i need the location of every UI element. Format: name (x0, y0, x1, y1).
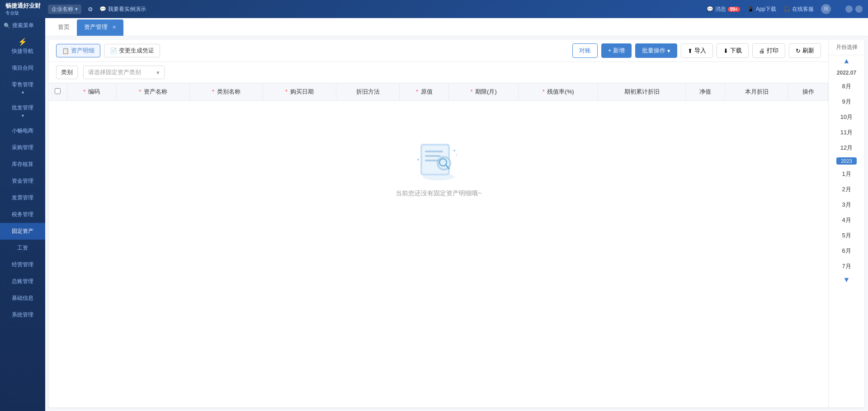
category-select-arrow: ▾ (156, 69, 160, 76)
sidebar-item-invoice-label: 发票管理 (12, 194, 33, 202)
sidebar-item-payroll[interactable]: 工资 (0, 240, 45, 256)
tab-asset-management[interactable]: 资产管理 ✕ (77, 19, 123, 36)
sidebar-item-fixed-assets[interactable]: 固定资产 (0, 223, 45, 240)
online-service-button[interactable]: 🎧 在线客服 (783, 5, 814, 13)
month-10-2022[interactable]: 10月 (829, 109, 864, 125)
month-4-2023[interactable]: 4月 (829, 213, 864, 228)
sidebar-item-nav-label: 快捷导航 (12, 47, 33, 55)
svg-point-12 (417, 159, 419, 161)
sidebar-item-operations-label: 经营管理 (12, 261, 33, 269)
sidebar-item-nav[interactable]: ⚡ 快捷导航 (0, 33, 45, 60)
sidebar-item-project[interactable]: 项目合同 (0, 60, 45, 76)
messages-badge: 99+ (728, 7, 740, 12)
col-monthly-depreciation: 本月折旧 (725, 83, 788, 101)
tab-home[interactable]: 首页 (51, 19, 77, 36)
sidebar-item-ecommerce[interactable]: 小畅电商 (0, 123, 45, 139)
sidebar-item-purchase[interactable]: 采购管理 (0, 139, 45, 156)
sidebar-item-basic-info-label: 基础信息 (12, 294, 33, 302)
print-button[interactable]: 🖨 打印 (752, 43, 785, 58)
year-2022-label: 2022.07 (829, 67, 864, 79)
sidebar-item-wholesale[interactable]: 批发管理 ▾ (0, 99, 45, 123)
sub-tab-change-voucher-label: 变更生成凭证 (119, 47, 154, 55)
svg-point-10 (453, 150, 455, 151)
sidebar-item-basic-info[interactable]: 基础信息 (0, 290, 45, 307)
company-name: 企业名称 (52, 5, 73, 13)
window-close-button[interactable]: ✕ (845, 5, 853, 13)
month-2-2023[interactable]: 2月 (829, 182, 864, 197)
tab-close-icon[interactable]: ✕ (112, 24, 116, 30)
sidebar-item-operations[interactable]: 经营管理 (0, 256, 45, 273)
month-12-2022[interactable]: 12月 (829, 140, 864, 156)
sidebar-item-system[interactable]: 系统管理 (0, 307, 45, 323)
table-container: * 编码 * 资产名称 * 类别名称 (49, 83, 828, 407)
sidebar-item-finance[interactable]: 资金管理 (0, 173, 45, 189)
batch-ops-button[interactable]: 批量操作 ▾ (635, 43, 677, 58)
settings-icon[interactable]: ⚙ (85, 4, 96, 14)
sub-tab-asset-detail-label: 资产明细 (71, 47, 94, 55)
month-11-2022[interactable]: 11月 (829, 125, 864, 140)
app-name: 畅捷通好业财 (5, 2, 41, 10)
reconcile-button[interactable]: 对账 (572, 43, 598, 58)
page-content: 📋 资产明细 📄 变更生成凭证 对账 + 新增 (49, 40, 864, 407)
sidebar-item-tax[interactable]: 税务管理 (0, 206, 45, 223)
month-9-2022[interactable]: 9月 (829, 94, 864, 109)
month-6-2023[interactable]: 6月 (829, 243, 864, 259)
filter-row: 类别 请选择固定资产类别 ▾ (49, 62, 828, 83)
svg-rect-3 (425, 151, 443, 152)
month-3-2023[interactable]: 3月 (829, 197, 864, 213)
sidebar-item-tax-label: 税务管理 (12, 211, 33, 218)
print-label: 打印 (767, 47, 778, 55)
content-area: 首页 资产管理 ✕ 📋 资产明细 📄 变更生成凭证 (45, 18, 868, 411)
sidebar-item-inventory-label: 库存核算 (12, 161, 33, 168)
month-7-2023[interactable]: 7月 (829, 259, 864, 274)
category-select[interactable]: 请选择固定资产类别 ▾ (83, 66, 165, 79)
sidebar-search[interactable]: 🔍 搜索菜单 (0, 18, 45, 33)
col-accumulated-depreciation: 期初累计折旧 (598, 83, 685, 101)
import-icon: ⬆ (688, 47, 693, 54)
month-8-2022[interactable]: 8月 (829, 79, 864, 94)
sub-tab-bar: 📋 资产明细 📄 变更生成凭证 对账 + 新增 (49, 40, 828, 62)
col-purchase-date: * 购买日期 (263, 83, 336, 101)
company-selector[interactable]: 企业名称 ▾ (48, 5, 81, 14)
demo-link[interactable]: 💬 我要看实例演示 (99, 5, 146, 13)
top-bar-right: 💬 消息 99+ 📱 App下载 🎧 在线客服 用 ✕ ⬜ (707, 4, 863, 14)
window-maximize-button[interactable]: ⬜ (855, 5, 863, 13)
month-1-2023[interactable]: 1月 (829, 166, 864, 182)
sidebar-item-inventory[interactable]: 库存核算 (0, 156, 45, 173)
tab-home-label: 首页 (58, 24, 70, 30)
add-button[interactable]: + 新增 (601, 43, 632, 58)
month-panel-header: 月份选择 (829, 40, 864, 55)
col-period: * 期限(月) (449, 83, 518, 101)
sidebar-item-retail[interactable]: 零售管理 ▾ (0, 76, 45, 99)
month-5-2023[interactable]: 5月 (829, 228, 864, 243)
col-depreciation-method: 折旧方法 (336, 83, 399, 101)
sidebar-item-accounting[interactable]: 总账管理 (0, 273, 45, 290)
svg-point-11 (456, 155, 458, 156)
messages-label: 消息 (715, 5, 726, 13)
reconcile-label: 对账 (579, 47, 591, 55)
import-label: 导入 (694, 47, 706, 55)
sub-tab-asset-detail[interactable]: 📋 资产明细 (56, 44, 100, 57)
app-download-label: App下载 (756, 5, 776, 13)
search-label: 搜索菜单 (12, 22, 34, 29)
select-all-checkbox[interactable] (55, 88, 61, 94)
sidebar-item-project-label: 项目合同 (12, 64, 33, 72)
import-button[interactable]: ⬆ 导入 (681, 43, 713, 58)
tab-bar: 首页 资产管理 ✕ (45, 18, 868, 36)
refresh-button[interactable]: ↻ 刷新 (789, 43, 821, 58)
category-label: 类别 (56, 66, 78, 79)
app-download-button[interactable]: 📱 App下载 (747, 5, 776, 13)
empty-state: 当前您还没有固定资产明细哦~ (49, 101, 828, 234)
batch-ops-label: 批量操作 (642, 47, 665, 55)
download-icon: ⬇ (723, 47, 728, 54)
asset-detail-icon: 📋 (62, 47, 69, 54)
app-edition: 专业版 (5, 10, 41, 16)
inner-content: 📋 资产明细 📄 变更生成凭证 对账 + 新增 (49, 40, 828, 407)
month-nav-down[interactable]: ▼ (829, 274, 864, 286)
month-nav-up[interactable]: ▲ (829, 55, 864, 67)
tab-asset-management-label: 资产管理 (84, 24, 108, 30)
sidebar-item-invoice[interactable]: 发票管理 (0, 189, 45, 206)
download-button[interactable]: ⬇ 下载 (717, 43, 749, 58)
sub-tab-change-voucher[interactable]: 📄 变更生成凭证 (104, 44, 160, 57)
messages-button[interactable]: 💬 消息 99+ (707, 5, 740, 13)
